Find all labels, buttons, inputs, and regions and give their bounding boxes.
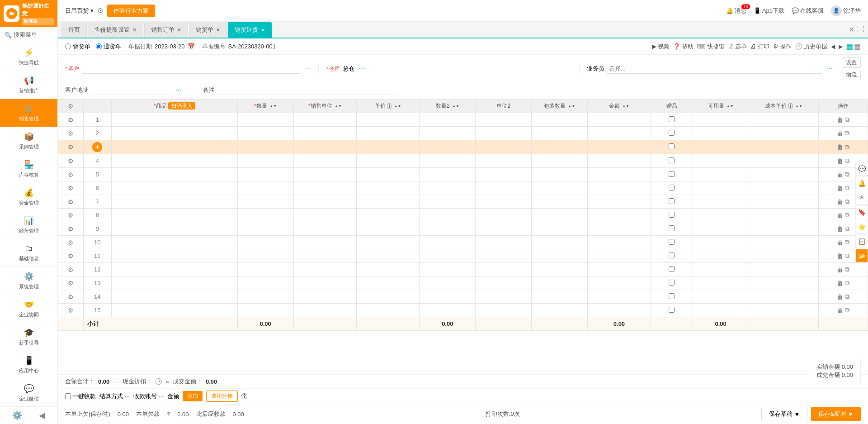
gift-checkbox[interactable] bbox=[669, 307, 675, 313]
customer-input[interactable] bbox=[82, 64, 301, 74]
pkg-cell[interactable] bbox=[532, 140, 588, 154]
pkg-cell[interactable] bbox=[532, 113, 588, 127]
copy-row-btn[interactable]: ⧉ bbox=[845, 238, 849, 246]
unit2-cell[interactable] bbox=[476, 154, 532, 168]
qty2-cell[interactable] bbox=[420, 154, 476, 168]
amount-sort-icon[interactable]: ▲▼ bbox=[622, 104, 629, 108]
unit-cell[interactable] bbox=[293, 222, 356, 236]
qty-cell[interactable] bbox=[237, 304, 293, 317]
table-row[interactable]: ⚙ 2 🗑 ⧉ bbox=[58, 127, 868, 140]
delete-row-btn[interactable]: 🗑 bbox=[837, 252, 843, 260]
copy-row-btn[interactable]: ⧉ bbox=[845, 306, 849, 314]
sidebar-item-appstore[interactable]: 📱 应用中心 bbox=[0, 351, 57, 379]
settings-gear-icon[interactable]: ⚙ bbox=[97, 6, 104, 15]
table-row[interactable]: ⚙ 5 🗑 ⧉ bbox=[58, 168, 868, 181]
qty2-cell[interactable] bbox=[420, 113, 476, 127]
row-gear-icon[interactable]: ⚙ bbox=[68, 225, 74, 233]
split-btn[interactable]: 费用分摊 bbox=[206, 391, 238, 402]
save-draft-btn[interactable]: 保存草稿 ▼ bbox=[761, 407, 808, 421]
qty-cell[interactable] bbox=[237, 249, 293, 263]
row-gear-icon[interactable]: ⚙ bbox=[68, 307, 74, 314]
right-chat-icon[interactable]: 💬 bbox=[855, 162, 868, 176]
video-btn[interactable]: ▶ 视频 bbox=[652, 43, 670, 51]
unit-cell[interactable] bbox=[293, 140, 356, 154]
unit-cell[interactable] bbox=[293, 154, 356, 168]
delete-row-btn[interactable]: 🗑 bbox=[837, 157, 843, 165]
qty-cell[interactable] bbox=[237, 263, 293, 276]
price-cell[interactable] bbox=[356, 154, 419, 168]
delete-row-btn[interactable]: 🗑 bbox=[837, 129, 843, 137]
avail-cell[interactable] bbox=[693, 304, 749, 317]
sidebar-item-weixin[interactable]: 💬 企业微信 bbox=[0, 379, 57, 406]
amount-cell[interactable] bbox=[588, 290, 651, 304]
cost-cell[interactable] bbox=[749, 195, 819, 209]
radio-delivery[interactable]: 销货单 bbox=[65, 43, 90, 51]
unit-cell[interactable] bbox=[293, 195, 356, 209]
tab-delivery-close-btn[interactable]: ✕ bbox=[216, 27, 220, 33]
cost-cell[interactable] bbox=[749, 249, 819, 263]
table-row[interactable]: ⚙ 1 🗑 ⧉ bbox=[58, 113, 868, 127]
qty-cell[interactable] bbox=[237, 222, 293, 236]
customer-picker-icon[interactable]: ··· bbox=[305, 65, 311, 73]
prev-record-btn[interactable]: ◀ bbox=[831, 43, 835, 50]
row-gear-icon[interactable]: ⚙ bbox=[68, 239, 74, 246]
product-cell[interactable] bbox=[111, 304, 237, 317]
fullscreen-icon[interactable]: ⛶ bbox=[857, 25, 864, 34]
history-btn[interactable]: 🕐 历史单据 bbox=[795, 43, 827, 51]
product-cell[interactable] bbox=[111, 236, 237, 249]
tab-order[interactable]: 销售订单✕ bbox=[144, 22, 188, 38]
radio-return[interactable]: 退货单 bbox=[96, 43, 121, 51]
sidebar-item-newguide[interactable]: 🎓 新手引导 bbox=[0, 323, 57, 351]
amount-cell[interactable] bbox=[588, 249, 651, 263]
gift-checkbox[interactable] bbox=[669, 225, 675, 231]
message-icon[interactable]: 🔔 消息 70 bbox=[726, 7, 746, 15]
tab-price-close-btn[interactable]: ✕ bbox=[132, 27, 137, 33]
cost-cell[interactable] bbox=[749, 263, 819, 276]
gift-cell[interactable] bbox=[651, 140, 693, 154]
unit-cell[interactable] bbox=[293, 249, 356, 263]
row-gear-icon[interactable]: ⚙ bbox=[68, 171, 74, 178]
qty2-cell[interactable] bbox=[420, 127, 476, 140]
one-key-payment-checkbox[interactable] bbox=[65, 393, 71, 399]
settings-btn[interactable]: 设置 bbox=[842, 57, 861, 68]
table-row[interactable]: ⚙ 6 🗑 ⧉ bbox=[58, 181, 868, 195]
cost-cell[interactable] bbox=[749, 222, 819, 236]
row-gear-icon[interactable]: ⚙ bbox=[68, 212, 74, 219]
unit-cell[interactable] bbox=[293, 304, 356, 317]
copy-row-btn[interactable]: ⧉ bbox=[845, 184, 849, 192]
billing-method-picker[interactable]: ··· bbox=[125, 393, 130, 400]
unit2-cell[interactable] bbox=[476, 209, 532, 222]
tab-return-close-btn[interactable]: ✕ bbox=[261, 27, 265, 33]
gift-checkbox[interactable] bbox=[669, 252, 675, 258]
billing-account-picker[interactable]: ··· bbox=[159, 393, 164, 400]
cost-cell[interactable] bbox=[749, 154, 819, 168]
close-tab-icon[interactable]: ✕ bbox=[849, 25, 854, 34]
qty2-cell[interactable] bbox=[420, 140, 476, 154]
cost-cell[interactable] bbox=[749, 236, 819, 249]
price-cell[interactable] bbox=[356, 249, 419, 263]
product-cell[interactable] bbox=[111, 127, 237, 140]
warehouse-picker-icon[interactable]: ··· bbox=[359, 65, 365, 73]
avail-sort-icon[interactable]: ▲▼ bbox=[726, 104, 734, 108]
cost-cell[interactable] bbox=[749, 276, 819, 290]
unit2-cell[interactable] bbox=[476, 181, 532, 195]
right-bookmark-icon[interactable]: 🔖 bbox=[855, 205, 868, 219]
product-cell[interactable] bbox=[111, 195, 237, 209]
qty-cell[interactable] bbox=[237, 276, 293, 290]
unit2-cell[interactable] bbox=[476, 113, 532, 127]
gift-cell[interactable] bbox=[651, 276, 693, 290]
pkg-cell[interactable] bbox=[532, 276, 588, 290]
amount-cell[interactable] bbox=[588, 236, 651, 249]
gift-cell[interactable] bbox=[651, 195, 693, 209]
product-cell[interactable] bbox=[111, 113, 237, 127]
qty2-cell[interactable] bbox=[420, 181, 476, 195]
right-eye-icon[interactable]: 👁 bbox=[855, 191, 868, 205]
copy-row-btn[interactable]: ⧉ bbox=[845, 129, 849, 137]
product-cell[interactable] bbox=[111, 209, 237, 222]
row-gear-icon[interactable]: ⚙ bbox=[68, 266, 74, 273]
qty-cell[interactable] bbox=[237, 290, 293, 304]
debt-info-icon[interactable]: ? bbox=[167, 411, 170, 418]
pkg-cell[interactable] bbox=[532, 195, 588, 209]
avail-cell[interactable] bbox=[693, 168, 749, 181]
grid-view-btn[interactable]: ▦ bbox=[846, 42, 853, 51]
